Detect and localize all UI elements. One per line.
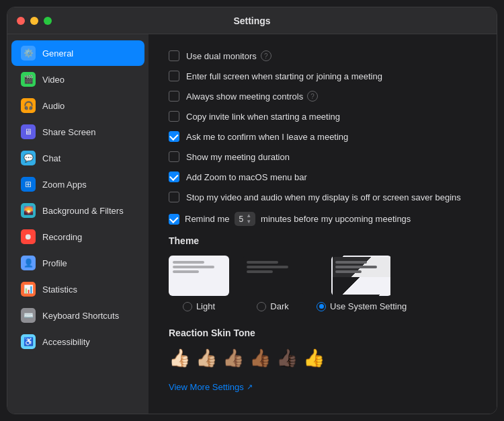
person-icon: 👤 <box>21 256 36 270</box>
sidebar-item-statistics[interactable]: 📊Statistics <box>11 276 144 302</box>
view-more-settings[interactable]: View More Settings↗ <box>169 382 476 392</box>
skin-emoji-0[interactable]: 👍🏻 <box>169 348 190 369</box>
checkbox-copy-invite[interactable] <box>169 111 179 122</box>
label-show-duration: Show my meeting duration <box>186 152 290 162</box>
minimize-button[interactable] <box>30 17 38 25</box>
theme-preview-system <box>331 256 392 296</box>
theme-section: Theme Light Dark Use System Setting <box>169 235 476 311</box>
traffic-lights <box>17 17 52 25</box>
sidebar-label-zoomapps: Zoom Apps <box>42 180 87 190</box>
theme-option-light[interactable]: Light <box>169 256 229 311</box>
a11y-icon: ♿ <box>21 334 36 349</box>
theme-radio-label-system: Use System Setting <box>317 301 407 311</box>
theme-option-dark[interactable]: Dark <box>243 256 303 311</box>
sidebar-label-background: Background & Filters <box>42 206 124 216</box>
gear-icon: ⚙️ <box>21 46 36 61</box>
sidebar-label-recording: Recording <box>42 232 82 242</box>
remind-prefix: Remind me <box>185 214 229 224</box>
theme-option-system[interactable]: Use System Setting <box>317 256 407 311</box>
setting-row-fullscreen: Enter full screen when starting or joini… <box>169 71 476 81</box>
label-confirm-leave: Ask me to confirm when I leave a meeting <box>186 132 348 142</box>
help-icon[interactable]: ? <box>261 50 271 61</box>
external-link-icon: ↗ <box>247 383 253 391</box>
sidebar-item-zoomapps[interactable]: ⊞Zoom Apps <box>11 171 144 197</box>
skin-tone-title: Reaction Skin Tone <box>169 328 476 338</box>
close-button[interactable] <box>17 17 25 25</box>
label-dual-monitors: Use dual monitors? <box>186 50 271 61</box>
sidebar-label-general: General <box>42 48 73 59</box>
bubble-icon: 💬 <box>21 151 36 165</box>
sidebar-label-statistics: Statistics <box>42 284 77 295</box>
checkbox-confirm-leave[interactable] <box>169 131 179 142</box>
main-panel: Use dual monitors?Enter full screen when… <box>149 34 497 414</box>
setting-row-show-duration: Show my meeting duration <box>169 151 476 162</box>
backdrop-icon: 🌄 <box>21 203 36 218</box>
video-cam-icon: 🎬 <box>21 72 36 87</box>
checkbox-fullscreen[interactable] <box>169 71 179 81</box>
theme-radio-light[interactable] <box>183 302 192 311</box>
help-icon[interactable]: ? <box>307 91 318 102</box>
skin-tone-section: Reaction Skin Tone👍🏻👍🏼👍🏽👍🏾👍🏿👍 <box>169 328 476 369</box>
sidebar: ⚙️General🎬Video🎧Audio🖥Share Screen💬Chat⊞… <box>7 34 149 414</box>
sidebar-label-profile: Profile <box>42 258 67 268</box>
sidebar-item-sharescreen[interactable]: 🖥Share Screen <box>11 119 144 145</box>
sidebar-label-sharescreen: Share Screen <box>42 127 96 137</box>
label-always-controls: Always show meeting controls? <box>186 91 318 102</box>
sidebar-item-keyboard[interactable]: ⌨️Keyboard Shortcuts <box>11 303 144 328</box>
sidebar-item-video[interactable]: 🎬Video <box>11 67 144 92</box>
label-copy-invite: Copy invite link when starting a meeting <box>186 112 340 122</box>
checkbox-zoom-menubar[interactable] <box>169 171 179 182</box>
stepper-up[interactable]: ▲ <box>246 213 251 219</box>
remind-row: Remind me5▲▼minutes before my upcoming m… <box>169 212 476 226</box>
label-fullscreen: Enter full screen when starting or joini… <box>186 71 382 81</box>
title-bar: Settings <box>7 7 497 34</box>
sidebar-label-video: Video <box>42 75 65 85</box>
theme-preview-dark <box>243 256 303 296</box>
checkbox-show-duration[interactable] <box>169 151 179 162</box>
checkbox-remind[interactable] <box>169 214 179 225</box>
label-stop-video: Stop my video and audio when my display … <box>186 192 461 202</box>
sidebar-item-recording[interactable]: ⏺Recording <box>11 224 144 250</box>
sidebar-item-audio[interactable]: 🎧Audio <box>11 93 144 118</box>
theme-radio-dark[interactable] <box>257 302 266 311</box>
skin-emoji-1[interactable]: 👍🏼 <box>196 348 217 369</box>
stepper-value: 5 <box>239 215 243 224</box>
sidebar-item-general[interactable]: ⚙️General <box>11 40 144 66</box>
theme-options: Light Dark Use System Setting <box>169 256 476 311</box>
remind-stepper[interactable]: 5▲▼ <box>235 212 255 226</box>
skin-emoji-5[interactable]: 👍 <box>303 348 325 369</box>
skin-emoji-4[interactable]: 👍🏿 <box>276 348 298 369</box>
rec-icon: ⏺ <box>21 229 36 244</box>
setting-row-copy-invite: Copy invite link when starting a meeting <box>169 111 476 122</box>
sidebar-item-accessibility[interactable]: ♿Accessibility <box>11 329 144 354</box>
skin-emoji-2[interactable]: 👍🏽 <box>222 348 244 369</box>
checkbox-dual-monitors[interactable] <box>169 50 179 61</box>
setting-row-always-controls: Always show meeting controls? <box>169 91 476 102</box>
maximize-button[interactable] <box>44 17 52 25</box>
skin-emoji-3[interactable]: 👍🏾 <box>249 348 271 369</box>
view-more-label: View More Settings <box>169 382 244 392</box>
kbd-icon: ⌨️ <box>21 308 36 323</box>
content-area: ⚙️General🎬Video🎧Audio🖥Share Screen💬Chat⊞… <box>7 34 497 414</box>
sidebar-label-chat: Chat <box>42 153 60 163</box>
setting-row-confirm-leave: Ask me to confirm when I leave a meeting <box>169 131 476 142</box>
label-zoom-menubar: Add Zoom to macOS menu bar <box>186 172 307 182</box>
theme-label-dark: Dark <box>270 301 288 311</box>
sidebar-item-chat[interactable]: 💬Chat <box>11 145 144 171</box>
checkbox-stop-video[interactable] <box>169 192 179 202</box>
sidebar-label-keyboard: Keyboard Shortcuts <box>42 311 119 321</box>
theme-preview-light <box>169 256 229 296</box>
stepper-down[interactable]: ▼ <box>246 219 251 225</box>
checkbox-always-controls[interactable] <box>169 91 179 102</box>
setting-row-stop-video: Stop my video and audio when my display … <box>169 192 476 202</box>
sidebar-label-accessibility: Accessibility <box>42 337 90 347</box>
theme-label-light: Light <box>196 301 215 311</box>
sidebar-label-audio: Audio <box>42 101 65 111</box>
theme-radio-label-dark: Dark <box>257 301 288 311</box>
theme-radio-system[interactable] <box>317 302 326 311</box>
sidebar-item-background[interactable]: 🌄Background & Filters <box>11 198 144 223</box>
bar-icon: 📊 <box>21 282 36 297</box>
setting-row-dual-monitors: Use dual monitors? <box>169 50 476 61</box>
sidebar-item-profile[interactable]: 👤Profile <box>11 250 144 276</box>
mic-icon: 🎧 <box>21 98 36 113</box>
